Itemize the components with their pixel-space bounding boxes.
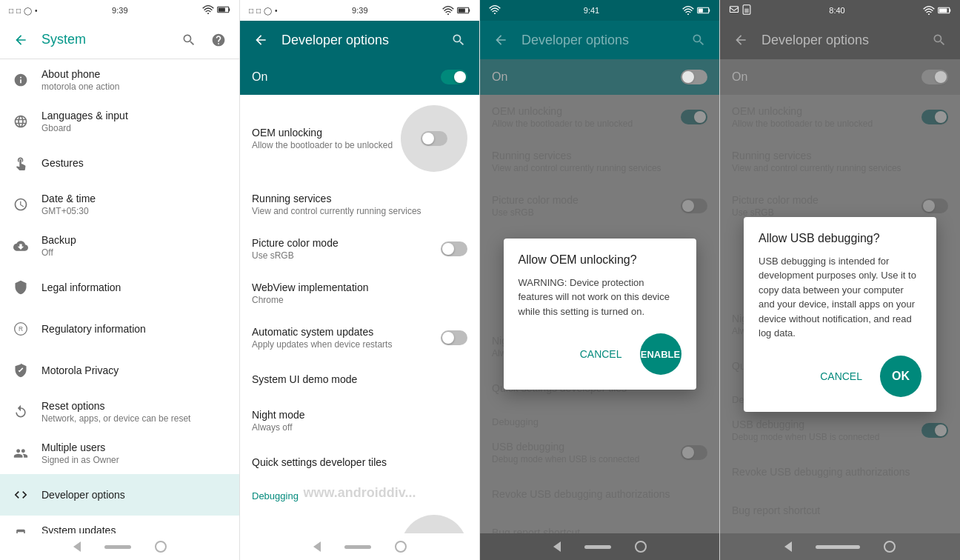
battery-3 bbox=[697, 6, 710, 15]
datetime-subtitle: GMT+05:30 bbox=[41, 206, 96, 216]
recents-nav-1[interactable] bbox=[155, 541, 167, 553]
developer-icon bbox=[12, 486, 30, 504]
back-button-2[interactable] bbox=[252, 31, 270, 49]
system-updates-text: System updates Updated to Android 9 bbox=[41, 524, 125, 533]
back-nav-4[interactable] bbox=[784, 541, 792, 552]
sidebar-item-privacy[interactable]: Motorola Privacy bbox=[0, 350, 239, 391]
about-subtitle: motorola one action bbox=[41, 81, 119, 92]
on-header-2[interactable]: On bbox=[240, 59, 479, 95]
svg-point-6 bbox=[447, 13, 449, 15]
search-button-3[interactable] bbox=[690, 31, 707, 49]
home-nav-2[interactable] bbox=[344, 545, 371, 549]
sidebar-item-users[interactable]: Multiple users Signed in as Owner bbox=[0, 433, 239, 474]
users-subtitle: Signed in as Owner bbox=[41, 455, 119, 465]
running-content-2: Running services View and control curren… bbox=[252, 193, 421, 216]
settings-autoupdate-2[interactable]: Automatic system updates Apply updates w… bbox=[240, 316, 479, 360]
dialog-overlay-4: Allow USB debugging? USB debugging is in… bbox=[720, 95, 960, 533]
dimmed-settings-3: OEM unlocking Allow the bootloader to be… bbox=[480, 95, 719, 533]
search-button-4[interactable] bbox=[930, 31, 948, 49]
developer-toggle-2[interactable] bbox=[441, 70, 467, 84]
oem-cancel-button[interactable]: Cancel bbox=[568, 333, 634, 375]
back-nav-2[interactable] bbox=[313, 541, 321, 552]
webview-content-2: WebView implementation Chrome bbox=[252, 281, 368, 305]
back-button-4[interactable] bbox=[732, 31, 750, 49]
sidebar-item-legal[interactable]: Legal information bbox=[0, 267, 239, 308]
settings-quicksettings-2[interactable]: Quick settings developer tiles bbox=[240, 443, 479, 481]
home-nav-3[interactable] bbox=[584, 545, 611, 549]
oem-dialog-title: Allow OEM unlocking? bbox=[519, 253, 681, 267]
about-text: About phone motorola one action bbox=[41, 68, 119, 92]
privacy-icon bbox=[12, 361, 30, 379]
sidebar-item-system-updates[interactable]: System updates Updated to Android 9 bbox=[0, 516, 239, 533]
users-icon bbox=[12, 444, 30, 462]
sidebar-item-datetime[interactable]: Date & time GMT+05:30 bbox=[0, 184, 239, 225]
motorola-privacy-title: Motorola Privacy bbox=[41, 364, 119, 376]
settings-demo-2[interactable]: System UI demo mode bbox=[240, 360, 479, 399]
sidebar-item-regulatory[interactable]: R Regulatory information bbox=[0, 308, 239, 350]
reset-text: Reset options Network, apps, or device c… bbox=[41, 400, 190, 424]
oem-dialog-actions: Cancel Enable bbox=[519, 333, 681, 375]
regulatory-icon: R bbox=[12, 320, 30, 338]
usb-ok-button[interactable]: OK bbox=[880, 356, 921, 397]
developer-toggle-thumb-4 bbox=[935, 71, 947, 83]
autoupdate-toggle-2[interactable] bbox=[441, 330, 467, 345]
recents-nav-4[interactable] bbox=[884, 541, 896, 553]
search-button-1[interactable] bbox=[180, 31, 198, 49]
app-bar-developer-3: Developer options bbox=[480, 21, 719, 59]
oem-toggle-2[interactable] bbox=[421, 131, 447, 146]
sidebar-item-about-phone[interactable]: About phone motorola one action bbox=[0, 59, 239, 101]
settings-oem-2[interactable]: OEM unlocking Allow the bootloader to be… bbox=[240, 95, 479, 182]
status-icons-right-3 bbox=[682, 6, 710, 15]
motorola-privacy-text: Motorola Privacy bbox=[41, 364, 119, 376]
recents-nav-2[interactable] bbox=[395, 541, 407, 553]
svg-point-18 bbox=[928, 13, 930, 15]
sidebar-item-gestures[interactable]: Gestures bbox=[0, 142, 239, 184]
back-button-1[interactable] bbox=[12, 31, 30, 49]
status-time-4: 8:40 bbox=[829, 6, 844, 15]
dimmed-settings-4: OEM unlocking Allow the bootloader to be… bbox=[720, 95, 960, 533]
sim-icon-4 bbox=[742, 4, 751, 16]
webview-subtitle-2: Chrome bbox=[252, 295, 368, 305]
svg-rect-8 bbox=[469, 9, 470, 12]
usb-ripple-container bbox=[401, 515, 467, 533]
system-updates-icon bbox=[12, 527, 30, 533]
recents-nav-3[interactable] bbox=[635, 541, 647, 553]
oem-dialog: Allow OEM unlocking? WARNING: Device pro… bbox=[504, 239, 696, 390]
oem-dialog-body: WARNING: Device protection features will… bbox=[519, 276, 681, 319]
wifi-icon-2 bbox=[442, 6, 454, 15]
about-icon bbox=[12, 71, 30, 89]
usb-dialog-body: USB debugging is intended for developmen… bbox=[759, 254, 921, 341]
status-bar-4: 8:40 bbox=[720, 0, 960, 21]
usb-cancel-button[interactable]: Cancel bbox=[808, 356, 874, 397]
back-button-3[interactable] bbox=[492, 31, 510, 49]
search-button-2[interactable] bbox=[450, 31, 467, 49]
sidebar-item-languages[interactable]: Languages & input Gboard bbox=[0, 101, 239, 142]
picture-toggle-2[interactable] bbox=[441, 241, 467, 256]
status-time-3: 9:41 bbox=[584, 6, 599, 15]
languages-subtitle: Gboard bbox=[41, 123, 128, 133]
settings-webview-2[interactable]: WebView implementation Chrome bbox=[240, 271, 479, 316]
running-subtitle-2: View and control currently running servi… bbox=[252, 206, 421, 216]
home-nav-1[interactable] bbox=[104, 545, 131, 549]
help-button-1[interactable] bbox=[210, 31, 227, 49]
svg-rect-3 bbox=[219, 7, 225, 11]
back-nav-1[interactable] bbox=[73, 541, 81, 552]
sidebar-item-developer[interactable]: Developer options bbox=[0, 474, 239, 516]
oem-ripple-container bbox=[401, 105, 467, 172]
settings-picture-2[interactable]: Picture color mode Use sRGB bbox=[240, 227, 479, 271]
settings-running-2[interactable]: Running services View and control curren… bbox=[240, 182, 479, 227]
datetime-icon bbox=[12, 196, 30, 213]
regulatory-title: Regulatory information bbox=[41, 323, 146, 335]
back-nav-3[interactable] bbox=[553, 541, 561, 552]
oem-enable-button[interactable]: Enable bbox=[640, 333, 681, 375]
panel-developer-options: □ □ ◯ • 9:39 Developer options On O bbox=[240, 0, 480, 560]
reset-title: Reset options bbox=[41, 400, 190, 412]
status-icons-right-2 bbox=[442, 6, 470, 15]
home-nav-4[interactable] bbox=[816, 545, 860, 549]
developer-toggle-3 bbox=[681, 70, 707, 84]
sidebar-item-backup[interactable]: Backup Off bbox=[0, 225, 239, 267]
settings-usb-2[interactable]: USB debugging Debug mode when USB is con… bbox=[240, 504, 479, 533]
reset-subtitle: Network, apps, or device can be reset bbox=[41, 413, 190, 424]
sidebar-item-reset[interactable]: Reset options Network, apps, or device c… bbox=[0, 391, 239, 433]
settings-night-2[interactable]: Night mode Always off bbox=[240, 399, 479, 443]
